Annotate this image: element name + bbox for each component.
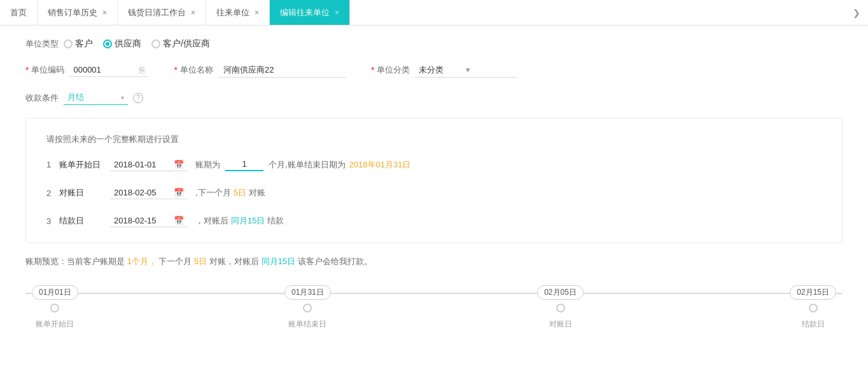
recon-date-input-wrap: 📅: [110, 186, 188, 199]
tab-sales-history[interactable]: 销售订单历史×: [38, 0, 118, 25]
recon-date-calendar-icon[interactable]: 📅: [174, 188, 184, 197]
recon-day-highlight: 5日: [234, 187, 246, 199]
tab-label-edit-partner: 编辑往来单位: [280, 7, 330, 18]
tl-date-badge: 01月31日: [284, 285, 331, 300]
tab-label-partner: 往来单位: [216, 7, 249, 18]
period-end-date-highlight: 2018年01月31日: [349, 159, 411, 171]
preview-day1: 5日: [194, 257, 207, 266]
preview-prefix: 账期预览：当前客户账期是: [25, 257, 125, 266]
tab-label-sales-history: 销售订单历史: [48, 7, 97, 18]
period-num-2: 2: [46, 188, 59, 198]
period-months-input[interactable]: [225, 158, 263, 171]
radio-supplier[interactable]: 供应商: [103, 38, 141, 50]
radio-both[interactable]: 客户/供应商: [151, 38, 210, 50]
period-suffix-3a: ，对账后: [195, 215, 228, 227]
payment-terms-chevron: ▾: [121, 94, 124, 101]
radio-circle-both: [151, 39, 160, 48]
payment-date-calendar-icon[interactable]: 📅: [174, 216, 184, 225]
unit-code-input[interactable]: [73, 65, 137, 74]
start-date-calendar-icon[interactable]: 📅: [174, 160, 184, 169]
tl-date-badge: 02月05日: [537, 285, 584, 300]
tl-dot: [50, 304, 59, 313]
preview-text2: 对账，对账后: [209, 257, 259, 266]
radio-label-both: 客户/供应商: [163, 38, 210, 50]
period-suffix-2a: ,下一个月: [195, 187, 231, 199]
period-num-3: 3: [46, 216, 59, 226]
radio-label-supplier: 供应商: [115, 38, 141, 50]
preview-day2: 同月15日: [262, 257, 295, 266]
unit-category-value: 未分类: [419, 64, 466, 76]
tabs-bar: 首页销售订单历史×钱货日清工作台×往来单位×编辑往来单位× ❯: [0, 0, 868, 25]
timeline-points: 01月01日账单开始日01月31日账单结束日02月05日对账日02月15日结款日: [32, 285, 836, 330]
period-suffix-1b: 个月,账单结束日期为: [269, 159, 346, 171]
unit-name-label: 单位名称: [180, 64, 213, 76]
tl-label: 账单结束日: [288, 319, 326, 330]
period-label-2: 对账日: [59, 187, 110, 199]
payment-terms-row: 收款条件 月结 ▾ ?: [25, 90, 843, 105]
period-row-2: 2 对账日 📅 ,下一个月 5日 对账: [46, 186, 822, 199]
timeline: 01月01日账单开始日01月31日账单结束日02月05日对账日02月15日结款日: [25, 285, 843, 330]
tab-close-sales-history[interactable]: ×: [102, 8, 107, 17]
unit-name-input[interactable]: [218, 62, 346, 78]
payment-terms-item: 收款条件 月结 ▾ ?: [25, 90, 143, 105]
period-suffix-2b: 对账: [249, 187, 265, 199]
main-content: 单位类型 客户 供应商 客户/供应商 * 单位编码: [0, 25, 868, 387]
payment-date-input-wrap: 📅: [110, 215, 188, 227]
tl-date-badge: 01月01日: [32, 285, 78, 300]
unit-info-row: * 单位编码 ⎘ * 单位名称 * 单位分类 未分类 ▾: [25, 62, 843, 78]
tl-label: 账单开始日: [36, 319, 74, 330]
timeline-point: 02月15日结款日: [790, 285, 836, 330]
period-row-3: 3 结款日 📅 ，对账后 同月15日 结款: [46, 215, 822, 227]
payment-terms-label: 收款条件: [25, 92, 59, 104]
tab-edit-partner[interactable]: 编辑往来单位×: [270, 0, 350, 25]
tab-cash-work[interactable]: 钱货日清工作台×: [118, 0, 206, 25]
period-box-title: 请按照未来的一个完整帐期进行设置: [46, 134, 822, 145]
tl-label: 对账日: [549, 319, 572, 330]
period-box: 请按照未来的一个完整帐期进行设置 1 账单开始日 📅 账期为 个月,账单结束日期…: [25, 118, 843, 243]
tab-close-cash-work[interactable]: ×: [191, 8, 195, 17]
unit-category-label: 单位分类: [377, 64, 410, 76]
unit-category-required-star: *: [371, 65, 374, 75]
unit-code-label: 单位编码: [31, 64, 64, 76]
preview-period: 1个月，: [127, 257, 157, 266]
radio-customer[interactable]: 客户: [64, 38, 93, 50]
preview-middle: 下一个月: [158, 257, 192, 266]
unit-name-required-star: *: [174, 65, 177, 75]
start-date-input-wrap: 📅: [110, 158, 188, 171]
chevron-right-icon: ❯: [853, 8, 860, 18]
period-suffix-1a: 账期为: [195, 159, 220, 171]
tab-close-partner[interactable]: ×: [255, 8, 259, 17]
recon-date-input[interactable]: [114, 188, 171, 197]
help-icon[interactable]: ?: [133, 93, 143, 103]
unit-type-radio-group: 客户 供应商 客户/供应商: [64, 38, 210, 50]
unit-category-select[interactable]: 未分类 ▾: [415, 63, 517, 78]
tab-label-home: 首页: [10, 7, 27, 18]
unit-type-item: 单位类型 客户 供应商 客户/供应商: [25, 38, 210, 50]
payment-terms-value: 月结: [67, 92, 118, 103]
period-label-1: 账单开始日: [59, 159, 110, 171]
unit-type-row: 单位类型 客户 供应商 客户/供应商: [25, 38, 843, 50]
radio-label-customer: 客户: [75, 38, 93, 50]
tl-date-badge: 02月15日: [790, 285, 836, 300]
tab-home[interactable]: 首页: [0, 0, 38, 25]
start-date-input[interactable]: [114, 160, 171, 169]
payment-day-highlight: 同月15日: [231, 215, 265, 227]
period-row-1: 1 账单开始日 📅 账期为 个月,账单结束日期为 2018年01月31日: [46, 158, 822, 171]
preview-row: 账期预览：当前客户账期是 1个月， 下一个月 5日 对账，对账后 同月15日 该…: [25, 256, 843, 267]
tab-label-cash-work: 钱货日清工作台: [128, 7, 186, 18]
unit-code-item: * 单位编码 ⎘: [25, 64, 148, 77]
tab-close-edit-partner[interactable]: ×: [335, 8, 339, 17]
radio-circle-customer: [64, 39, 73, 48]
payment-terms-select[interactable]: 月结 ▾: [64, 90, 128, 105]
tabs-expand[interactable]: ❯: [845, 8, 868, 18]
tl-label: 结款日: [802, 319, 825, 330]
timeline-point: 01月01日账单开始日: [32, 285, 78, 330]
tl-dot: [303, 304, 312, 313]
unit-type-label: 单位类型: [25, 38, 59, 50]
tab-partner[interactable]: 往来单位×: [206, 0, 270, 25]
payment-date-input[interactable]: [114, 216, 171, 225]
unit-code-input-wrap: ⎘: [69, 64, 148, 77]
unit-name-item: * 单位名称: [174, 62, 345, 78]
copy-icon[interactable]: ⎘: [139, 65, 144, 75]
period-suffix-3b: 结款: [267, 215, 284, 227]
